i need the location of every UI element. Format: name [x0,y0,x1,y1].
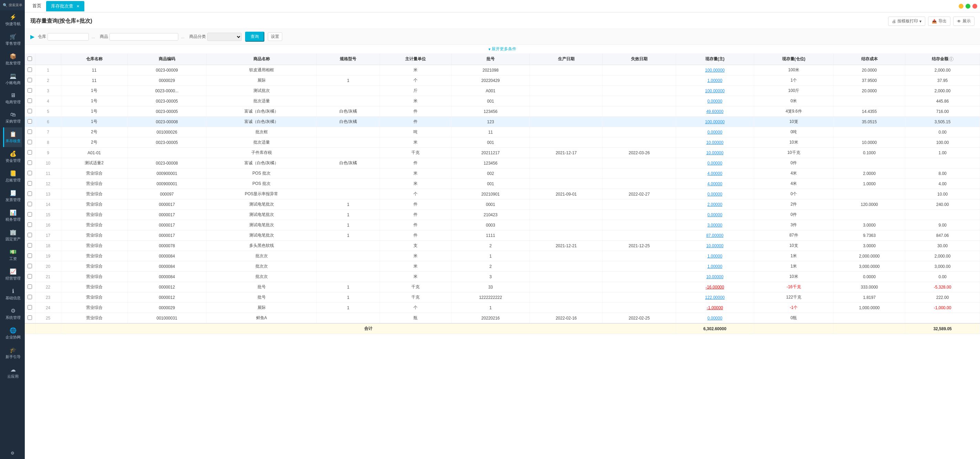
sidebar-item-1[interactable]: 🛒零售管理 [3,30,22,49]
sidebar-item-3[interactable]: 💻小账电商 [3,69,22,89]
export-button[interactable]: 📤 导出 [928,16,950,26]
sidebar-item-16[interactable]: 🌐企业协网 [3,324,22,343]
row-qty-main[interactable]: 10.00000 [676,148,754,158]
row-qty-main[interactable]: 100.00000 [676,86,754,96]
row-qty-main[interactable]: 10.00000 [676,137,754,148]
row-qty-main[interactable]: 122.00000 [676,292,754,303]
row-qty-main[interactable]: 1.00000 [676,251,754,261]
row-index: 9 [35,148,61,158]
row-checkbox-9[interactable] [27,161,32,165]
warehouse-input[interactable] [48,33,89,41]
row-checkbox-24[interactable] [27,316,32,320]
tab-close-icon[interactable]: ✕ [76,4,80,8]
row-checkbox-12[interactable] [27,191,32,196]
row-qty-main[interactable]: 3.00000 [676,220,754,230]
minimize-button[interactable] [959,4,964,9]
sidebar-item-17[interactable]: 🎓新手引导 [3,343,22,363]
row-qty-main[interactable]: 100.00000 [676,65,754,75]
row-checkbox-22[interactable] [27,295,32,299]
row-checkbox-8[interactable] [27,150,32,155]
amount-info-icon[interactable]: i [949,57,953,61]
sidebar-item-6[interactable]: 📋库存核查 [3,128,22,147]
sidebar-item-10[interactable]: 📊税务管理 [3,206,22,226]
row-qty-main[interactable]: 0.00000 [676,158,754,168]
sidebar-item-14[interactable]: ℹ基础信息 [3,284,22,304]
select-all-checkbox[interactable] [27,56,32,61]
sidebar-item-8[interactable]: 📒总账管理 [3,167,22,186]
sidebar-item-9[interactable]: 🧾发票管理 [3,186,22,206]
row-qty-main[interactable]: 2.00000 [676,199,754,210]
sidebar-item-18[interactable]: ☁云应用 [3,363,22,382]
row-qty-main[interactable]: 1.00000 [676,261,754,272]
product-dots[interactable]: ... [180,34,186,39]
row-checkbox-0[interactable] [27,67,32,72]
row-checkbox-20[interactable] [27,274,32,279]
print-template-button[interactable]: 🖨 按模板打印 ▾ [888,16,925,26]
row-qty-main[interactable]: 0.00000 [676,189,754,199]
row-qty-main[interactable]: 0.00000 [676,313,754,324]
expand-more-button[interactable]: ▾ 展开更多条件 [488,46,516,52]
query-button[interactable]: 查询 [245,32,264,41]
row-checkbox-17[interactable] [27,243,32,247]
row-checkbox-4[interactable] [27,109,32,113]
row-unit: 米 [380,251,451,261]
row-cost: 0.1000 [834,148,905,158]
tab-inventory-batch[interactable]: 库存批次查 ✕ [46,1,84,11]
row-checkbox-11[interactable] [27,181,32,186]
warehouse-dots[interactable]: ... [90,34,96,39]
row-checkbox-21[interactable] [27,284,32,289]
row-checkbox-10[interactable] [27,171,32,175]
row-qty-main[interactable]: 0.00000 [676,210,754,220]
display-button[interactable]: 👁 展示 [953,16,975,26]
row-checkbox-2[interactable] [27,88,32,92]
row-qty-store: 100米 [754,65,834,75]
maximize-button[interactable] [966,4,970,9]
close-button[interactable] [972,4,977,9]
row-qty-main[interactable]: 100.00000 [676,117,754,127]
sidebar-item-2[interactable]: 📦批发管理 [3,49,22,69]
row-checkbox-1[interactable] [27,78,32,82]
sidebar-item-12[interactable]: 💵工资 [3,245,22,265]
row-qty-main[interactable]: -1.00000 [676,303,754,313]
row-checkbox-7[interactable] [27,140,32,144]
category-select[interactable] [207,33,242,41]
expand-icon[interactable]: ▶ [30,33,34,40]
row-qty-main[interactable]: 1.00000 [676,75,754,86]
row-checkbox-6[interactable] [27,129,32,134]
row-checkbox-23[interactable] [27,305,32,309]
sidebar-item-11[interactable]: 🏢固定资产 [3,226,22,245]
row-qty-main[interactable]: 4.00000 [676,179,754,189]
tab-home[interactable]: 首页 [27,1,46,12]
sidebar-settings[interactable]: ⚙ [0,447,25,459]
row-qty-main[interactable]: -16.00000 [676,282,754,292]
row-checkbox-5[interactable] [27,119,32,124]
row-index: 18 [35,241,61,251]
row-checkbox-15[interactable] [27,222,32,227]
row-warehouse: 测试适量2 [61,158,127,168]
row-checkbox-3[interactable] [27,99,32,103]
row-qty-main[interactable]: 10.00000 [676,272,754,282]
row-checkbox-18[interactable] [27,253,32,258]
set-button[interactable]: 设置 [268,32,282,41]
sidebar-item-4[interactable]: 🖥电商管理 [3,89,22,108]
sidebar-item-7[interactable]: 💰资金管理 [3,147,22,167]
row-checkbox-19[interactable] [27,264,32,268]
row-checkbox-13[interactable] [27,202,32,206]
row-qty-main[interactable]: 0.00000 [676,96,754,107]
sidebar-search[interactable]: 🔍 搜索菜单 [0,0,25,10]
sidebar-item-0[interactable]: ⚡快捷导航 [3,10,22,30]
row-qty-main[interactable]: 49.60000 [676,107,754,117]
row-qty-main[interactable]: 10.00000 [676,241,754,251]
row-checkbox-14[interactable] [27,212,32,217]
sidebar-item-15[interactable]: ⚙系统管理 [3,304,22,324]
row-checkbox-16[interactable] [27,233,32,237]
sidebar-item-13[interactable]: 📈经营管理 [3,265,22,284]
product-input[interactable] [110,33,178,41]
row-qty-main[interactable]: 4.00000 [676,168,754,179]
sidebar-item-5[interactable]: 🛍采购管理 [3,108,22,128]
row-prod-date [530,137,603,148]
row-qty-main[interactable]: 0.00000 [676,127,754,137]
row-warehouse: 营业综合 [61,272,127,282]
row-qty-main[interactable]: 87.00000 [676,230,754,241]
row-batch: 11 [451,127,530,137]
